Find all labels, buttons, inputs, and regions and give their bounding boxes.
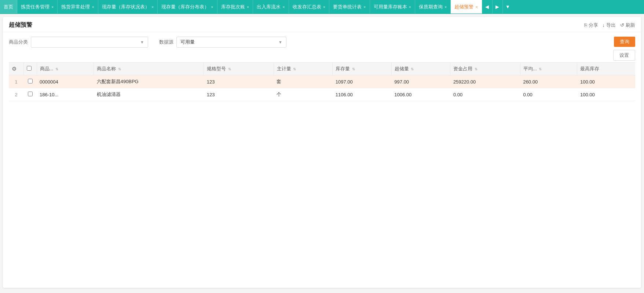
capital-usage: 0.00 (450, 88, 520, 101)
close-icon[interactable]: × (323, 5, 325, 9)
product-spec: 123 (204, 88, 274, 101)
product-code: 186-10... (37, 88, 94, 101)
max-stock: 100.00 (577, 75, 635, 88)
export-icon: ↓ (603, 22, 605, 28)
checkbox-header[interactable] (23, 63, 37, 75)
select-all-checkbox[interactable] (27, 66, 32, 71)
nav-batch[interactable]: 库存批次账 × (217, 0, 253, 14)
sort-icon: ⇅ (55, 67, 58, 71)
close-icon[interactable]: × (444, 5, 447, 9)
col-stock[interactable]: 库存量 ⇅ (333, 63, 392, 75)
product-unit: 套 (274, 75, 333, 88)
product-unit: 个 (274, 88, 333, 101)
datasource-value: 可用量 (180, 39, 195, 45)
avg-price: 0.00 (520, 88, 577, 101)
row-checkbox-cell[interactable] (23, 88, 37, 101)
close-icon[interactable]: × (282, 5, 285, 9)
col-over-stock[interactable]: 超储量 ⇅ (391, 63, 450, 75)
category-filter: 商品分类 ▼ (9, 37, 148, 48)
close-icon[interactable]: × (363, 5, 366, 9)
product-code: 0000004 (37, 75, 94, 88)
table-row: 1 0000004 六配套新昌490BPG 123 套 1097.00 997.… (9, 75, 635, 88)
close-icon[interactable]: × (151, 5, 154, 9)
page-wrapper: 超储预警 ⎘ 分享 ↓ 导出 ↺ 刷新 商品分类 ▼ 数据源 (3, 17, 641, 288)
close-icon[interactable]: × (92, 5, 94, 9)
data-table: ⚙ 商品... ⇅ 商品名称 ⇅ 规格型号 ⇅ (9, 62, 635, 101)
table-wrapper: ⚙ 商品... ⇅ 商品名称 ⇅ 规格型号 ⇅ (3, 62, 641, 107)
page-header: 超储预警 ⎘ 分享 ↓ 导出 ↺ 刷新 (3, 17, 641, 32)
page-title: 超储预警 (9, 21, 32, 29)
col-product-name[interactable]: 商品名称 ⇅ (94, 63, 204, 75)
col-label: 最高库存 (580, 66, 599, 71)
category-select[interactable]: ▼ (31, 37, 148, 48)
share-icon: ⎘ (584, 22, 587, 28)
query-button[interactable]: 查询 (614, 37, 635, 47)
gear-header[interactable]: ⚙ (9, 63, 23, 75)
chevron-down-icon: ▼ (140, 40, 144, 44)
nav-quality[interactable]: 保质期查询 × (415, 0, 451, 14)
datasource-label: 数据源 (159, 39, 173, 45)
sort-icon: ⇅ (118, 67, 121, 71)
col-label: 主计量 (277, 66, 291, 71)
nav-exception[interactable]: 拣货异常处理 × (58, 0, 98, 14)
nav-more-arrow[interactable]: ▼ (502, 0, 513, 14)
nav-task-mgmt[interactable]: 拣货任务管理 × (17, 0, 58, 14)
close-icon[interactable]: × (409, 5, 411, 9)
product-name: 六配套新昌490BPG (94, 75, 204, 88)
nav-home[interactable]: 首页 (0, 0, 17, 14)
nav-inout-flow[interactable]: 出入库流水 × (253, 0, 289, 14)
table-header-row: ⚙ 商品... ⇅ 商品名称 ⇅ 规格型号 ⇅ (9, 63, 635, 75)
datasource-select[interactable]: 可用量 ▼ (176, 37, 286, 48)
sort-icon: ⇅ (411, 67, 414, 71)
col-unit[interactable]: 主计量 ⇅ (274, 63, 333, 75)
col-avg[interactable]: 平均... ⇅ (520, 63, 577, 75)
col-label: 资金占用 (453, 66, 472, 71)
refresh-button[interactable]: ↺ 刷新 (620, 22, 635, 29)
avg-price: 260.00 (520, 75, 577, 88)
close-icon[interactable]: × (475, 5, 477, 9)
sort-icon: ⇅ (352, 67, 355, 71)
settings-button[interactable]: 设置 (613, 50, 635, 61)
col-label: 库存量 (336, 66, 350, 71)
col-capital[interactable]: 资金占用 ⇅ (450, 63, 520, 75)
nav-avail-stock[interactable]: 可用量库存账本 × (370, 0, 415, 14)
close-icon[interactable]: × (51, 5, 54, 9)
nav-right-arrow[interactable]: ▶ (492, 0, 502, 14)
export-button[interactable]: ↓ 导出 (603, 22, 616, 29)
row-checkbox-cell[interactable] (23, 75, 37, 88)
col-max-stock: 最高库存 (577, 63, 635, 75)
row-checkbox[interactable] (28, 79, 33, 84)
col-label: 商品... (40, 66, 54, 71)
sort-icon: ⇅ (228, 67, 231, 71)
row-number: 1 (9, 75, 23, 88)
stock-qty: 1097.00 (333, 75, 392, 88)
capital-usage: 259220.00 (450, 75, 520, 88)
nav-stock-status[interactable]: 现存量（库存状况表） × (98, 0, 158, 14)
col-spec[interactable]: 规格型号 ⇅ (204, 63, 274, 75)
nav-bar: 首页 拣货任务管理 × 拣货异常处理 × 现存量（库存状况表） × 现存量（库存… (0, 0, 644, 14)
close-icon[interactable]: × (211, 5, 213, 9)
sort-icon: ⇅ (539, 67, 542, 71)
filter-row: 商品分类 ▼ 数据源 可用量 ▼ 查询 设置 (3, 32, 641, 62)
nav-left-arrow[interactable]: ◀ (482, 0, 492, 14)
nav-over-stock[interactable]: 超储预警 × (451, 0, 482, 14)
close-icon[interactable]: × (247, 5, 249, 9)
gear-icon[interactable]: ⚙ (12, 66, 17, 72)
product-name: 机油滤清器 (94, 88, 204, 101)
share-button[interactable]: ⎘ 分享 (584, 22, 598, 29)
category-label: 商品分类 (9, 39, 28, 45)
over-stock-qty: 1006.00 (391, 88, 450, 101)
col-label: 规格型号 (207, 66, 226, 71)
table-row: 2 186-10... 机油滤清器 123 个 1106.00 1006.00 … (9, 88, 635, 101)
sort-icon: ⇅ (293, 67, 296, 71)
max-stock: 100.00 (577, 88, 635, 101)
col-product-code[interactable]: 商品... ⇅ (37, 63, 94, 75)
refresh-icon: ↺ (620, 22, 624, 28)
nav-stock-dist[interactable]: 现存量（库存分布表） × (158, 0, 217, 14)
filter-buttons: 查询 设置 (613, 37, 635, 61)
row-checkbox[interactable] (28, 92, 33, 96)
stock-qty: 1106.00 (333, 88, 392, 101)
product-spec: 123 (204, 75, 274, 88)
nav-order-stat[interactable]: 要货单统计表 × (329, 0, 370, 14)
nav-summary[interactable]: 收发存汇总表 × (289, 0, 329, 14)
